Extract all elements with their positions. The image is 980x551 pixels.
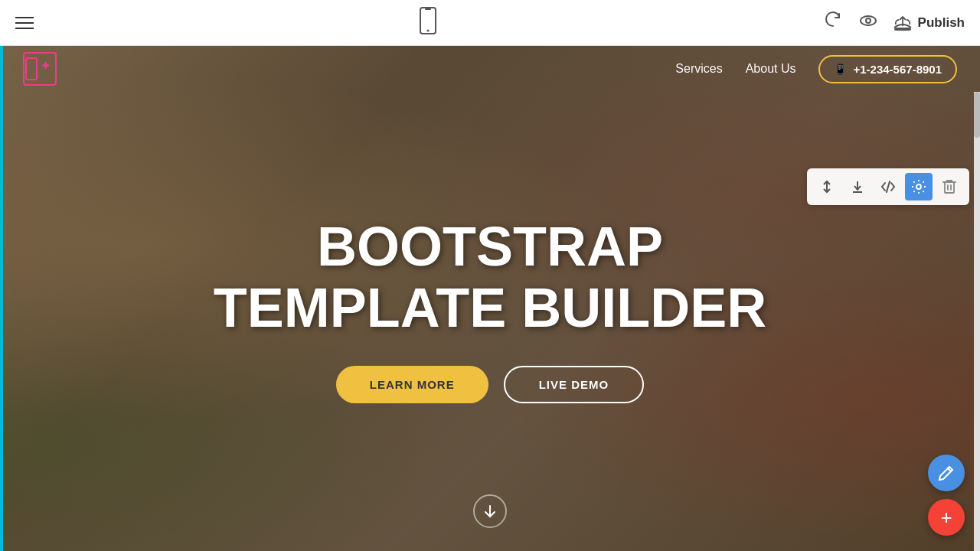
nav-links: Services About Us 📱 +1-234-567-8901 [675,55,957,83]
svg-point-4 [866,18,871,23]
svg-point-3 [861,16,876,25]
scroll-thumb[interactable] [974,92,980,138]
nav-phone[interactable]: 📱 +1-234-567-8901 [818,55,957,83]
settings-section-button[interactable] [905,173,933,201]
hero-title-line2: TEMPLATE BUILDER [214,277,767,338]
hero-nav: ✦ Services About Us 📱 +1-234-567-8901 [0,46,980,92]
add-fab-button[interactable]: + [928,499,965,536]
edit-fab-button[interactable] [928,455,965,491]
nav-about[interactable]: About Us [746,62,796,76]
scrollbar[interactable] [974,92,980,551]
site-logo: ✦ [23,52,57,86]
live-demo-button[interactable]: LIVE DEMO [504,366,645,403]
hero-section: ✦ Services About Us 📱 +1-234-567-8901 BO… [0,46,980,551]
fab-container: + [928,455,965,536]
svg-rect-5 [894,28,911,31]
hero-buttons: LEARN MORE LIVE DEMO [214,366,767,403]
publish-label: Publish [918,15,965,31]
scroll-down-button[interactable] [473,494,507,528]
download-section-button[interactable] [844,173,871,201]
top-bar: Publish [0,0,980,46]
phone-number: +1-234-567-8901 [853,63,942,76]
hero-content: BOOTSTRAP TEMPLATE BUILDER LEARN MORE LI… [214,217,767,403]
section-toolbar [807,168,969,205]
svg-line-12 [887,181,890,192]
svg-point-2 [427,29,430,31]
logo-icon: ✦ [23,52,57,86]
learn-more-button[interactable]: LEARN MORE [336,366,488,403]
phone-icon: 📱 [834,63,847,75]
svg-text:✦: ✦ [40,58,51,73]
mobile-preview-icon[interactable] [419,7,437,39]
svg-point-13 [916,184,921,189]
left-edge-indicator [0,46,3,551]
preview-icon[interactable] [858,11,878,35]
move-section-button[interactable] [813,173,841,201]
canvas: ✦ Services About Us 📱 +1-234-567-8901 BO… [0,46,980,551]
code-section-button[interactable] [874,173,902,201]
hero-title: BOOTSTRAP TEMPLATE BUILDER [214,217,767,337]
svg-rect-6 [26,58,37,80]
hero-title-line1: BOOTSTRAP [317,216,663,277]
publish-button[interactable]: Publish [893,15,965,31]
delete-section-button[interactable] [936,173,963,201]
top-bar-left [15,17,34,29]
top-bar-right: Publish [823,11,965,35]
svg-rect-14 [945,182,954,193]
undo-icon[interactable] [823,11,843,35]
hamburger-menu[interactable] [15,17,34,29]
nav-services[interactable]: Services [675,62,722,76]
top-bar-center [419,7,437,39]
